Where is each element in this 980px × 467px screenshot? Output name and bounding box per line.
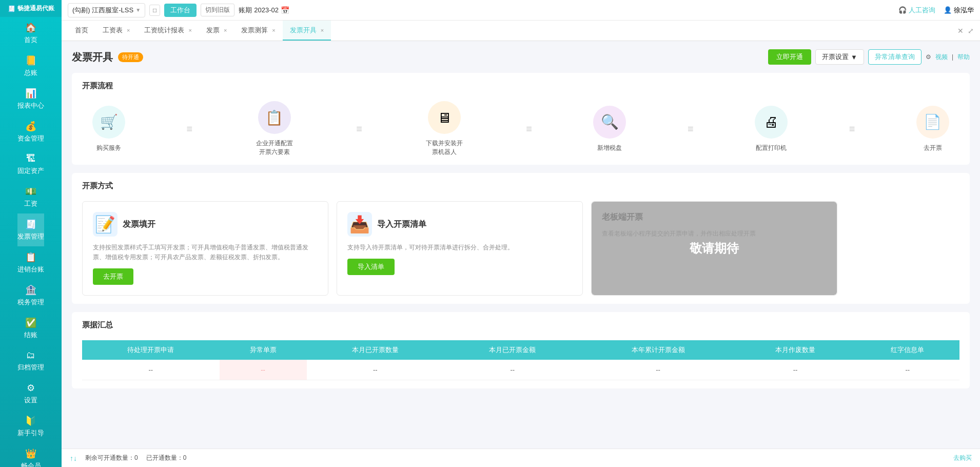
sidebar-label-reports: 报表中心	[17, 101, 44, 110]
service-button[interactable]: 🎧 人工咨询	[898, 6, 935, 15]
user-avatar[interactable]: 👤 徐泓华	[944, 6, 974, 15]
sidebar-icon-capital: 💰	[25, 121, 36, 132]
sidebar-icon-settlement: ✅	[25, 317, 36, 328]
period-selector[interactable]: 账期 2023-02 📅	[239, 6, 289, 15]
tab-salary[interactable]: 工资表×	[95, 21, 137, 41]
import-desc: 支持导入待开票清单，可对待开票清单进行拆分、合并处理。	[347, 243, 572, 252]
import-list-button[interactable]: 导入清单	[347, 259, 395, 275]
open-now-button[interactable]: 立即开通	[768, 49, 811, 65]
help-video-label[interactable]: 视频	[935, 53, 948, 62]
step-arrow-1: ≡	[356, 123, 362, 135]
pin-icon[interactable]: ↑↓	[70, 454, 77, 462]
summary-value-1[interactable]: --	[220, 360, 307, 380]
overlay-layer: 敬请期待	[592, 202, 837, 295]
step-icon-issue-invoice: 📄	[916, 106, 949, 139]
tab-close-invoice-calc[interactable]: ×	[272, 27, 275, 33]
summary-table: 待处理开票申请异常单票本月已开票数量本月已开票金额本年累计开票金额本月作废数量红…	[82, 340, 959, 380]
sidebar-item-member[interactable]: 👑 畅会员	[17, 443, 44, 467]
expand-tab-icon[interactable]: ⤢	[968, 27, 974, 35]
import-card[interactable]: 📥 导入开票清单 支持导入待开票清单，可对待开票清单进行拆分、合并处理。 导入清…	[337, 201, 583, 296]
copy-button[interactable]: □	[149, 5, 160, 16]
summary-value-3: --	[444, 360, 581, 380]
step-label-buy-service: 购买服务	[96, 144, 121, 152]
sidebar-icon-guide: 🔰	[25, 415, 36, 426]
open-settings-button[interactable]: 开票设置 ▼	[815, 49, 864, 65]
sidebar-item-assets[interactable]: 🏗 固定资产	[17, 148, 44, 181]
process-step-issue-invoice[interactable]: 📄 去开票	[916, 106, 949, 152]
sidebar-item-settings[interactable]: ⚙ 设置	[17, 377, 44, 410]
summary-header-3: 本月已开票金额	[444, 340, 581, 360]
help-docs-label[interactable]: 帮助	[957, 53, 970, 62]
tab-invoice-tool[interactable]: 发票开具×	[283, 21, 331, 41]
process-step-enterprise-setup[interactable]: 📋 企业开通配置开票六要素	[254, 101, 295, 157]
step-label-issue-invoice: 去开票	[924, 144, 942, 152]
old-platform-card: 老板端开票 查看老板端小程序提交的开票申请，并作出相应处理开票 敬请期待	[591, 201, 837, 296]
sidebar-label-purchase-sales: 进销台账	[17, 265, 44, 274]
sidebar-label-home: 首页	[24, 35, 37, 45]
remain-label: 剩余可开通数量：0	[85, 454, 138, 462]
sidebar-item-reports[interactable]: 📊 报表中心	[17, 83, 44, 115]
sidebar-item-capital[interactable]: 💰 资金管理	[17, 115, 44, 148]
sidebar-icon-purchase-sales: 📋	[25, 251, 36, 263]
tab-close-salary-report[interactable]: ×	[188, 27, 191, 33]
sidebar-icon-tax: 🏦	[25, 284, 36, 296]
sidebar-label-salary: 工资	[24, 199, 37, 208]
tab-label-invoice: 发票	[206, 26, 220, 35]
summary-value-6: --	[856, 360, 960, 380]
sidebar-item-purchase-sales[interactable]: 📋 进销台账	[17, 246, 44, 279]
tab-close-invoice-tool[interactable]: ×	[321, 27, 324, 33]
step-icon-add-taxbox: 🔍	[593, 106, 626, 139]
company-selector[interactable]: (勾剔) 江西服室-LSS ▼	[68, 3, 145, 17]
process-step-add-taxbox[interactable]: 🔍 新增税盘	[593, 106, 626, 152]
process-step-buy-service[interactable]: 🛒 购买服务	[92, 106, 125, 152]
sidebar-item-home[interactable]: 🏠 首页	[17, 17, 44, 50]
sidebar-item-salary[interactable]: 💵 工资	[17, 181, 44, 213]
calendar-icon[interactable]: 📅	[281, 6, 289, 14]
process-step-config-printer[interactable]: 🖨 配置打印机	[755, 106, 788, 152]
dropdown-arrow-icon: ▼	[851, 53, 857, 61]
tab-label-salary: 工资表	[103, 26, 123, 35]
tab-close-salary[interactable]: ×	[127, 27, 130, 33]
buy-link[interactable]: 去购买	[953, 454, 972, 462]
company-arrow-icon: ▼	[135, 7, 141, 13]
sidebar-icon-settings: ⚙	[27, 382, 35, 394]
summary-value-0: --	[82, 360, 220, 380]
headset-icon: 🎧	[898, 6, 907, 14]
sidebar-item-guide[interactable]: 🔰 新手引导	[17, 410, 44, 443]
app-logo[interactable]: 🧾 畅捷通易代账	[0, 0, 62, 17]
sidebar-label-settings: 设置	[24, 396, 37, 405]
tab-close-invoice[interactable]: ×	[224, 27, 227, 33]
sidebar-item-ledger[interactable]: 📒 总账	[17, 50, 44, 83]
overlay-text: 敬请期待	[690, 240, 739, 257]
topbar: (勾剔) 江西服室-LSS ▼ □ 工作台 切到旧版 账期 2023-02 📅 …	[62, 0, 980, 21]
summary-section-title: 票据汇总	[82, 320, 959, 330]
old-version-button[interactable]: 切到旧版	[201, 4, 234, 16]
process-section-title: 开票流程	[82, 81, 959, 91]
summary-header-6: 红字信息单	[856, 340, 960, 360]
avatar-icon: 👤	[944, 6, 952, 14]
workspace-button[interactable]: 工作台	[164, 4, 197, 17]
process-step-download-robot[interactable]: 🖥 下载并安装开票机器人	[424, 101, 465, 157]
step-icon-enterprise-setup: 📋	[258, 101, 291, 134]
tab-home[interactable]: 首页	[68, 21, 95, 41]
method-cards: 📝 发票填开 支持按照发票样式手工填写开发票；可开具增值税电子普通发票、增值税普…	[82, 201, 959, 296]
close-tab-icon[interactable]: ✕	[957, 27, 964, 35]
tab-invoice[interactable]: 发票×	[199, 21, 234, 41]
manual-fill-card[interactable]: 📝 发票填开 支持按照发票样式手工填写开发票；可开具增值税电子普通发票、增值税普…	[82, 201, 328, 296]
sidebar-label-member: 畅会员	[21, 461, 41, 467]
sidebar-item-invoice-mgmt[interactable]: 🧾 发票管理	[17, 213, 44, 246]
sidebar-item-settlement[interactable]: ✅ 结账	[17, 312, 44, 345]
period-label: 账期	[239, 6, 252, 15]
sidebar-icon-salary: 💵	[25, 186, 36, 197]
abnormal-query-button[interactable]: 异常清单查询	[868, 49, 922, 65]
go-issue-button[interactable]: 去开票	[93, 268, 133, 285]
help-settings-icon: ⚙	[926, 53, 931, 61]
sidebar-item-tax[interactable]: 🏦 税务管理	[17, 279, 44, 312]
sidebar-item-archive[interactable]: 🗂 归档管理	[17, 345, 44, 377]
page-title-row: 发票开具 待开通	[72, 50, 143, 64]
step-arrow-3: ≡	[688, 123, 694, 135]
sidebar-icon-invoice-mgmt: 🧾	[25, 219, 36, 230]
tab-salary-report[interactable]: 工资统计报表×	[137, 21, 199, 41]
tab-invoice-calc[interactable]: 发票测算×	[234, 21, 282, 41]
manual-fill-icon: 📝	[93, 212, 117, 237]
